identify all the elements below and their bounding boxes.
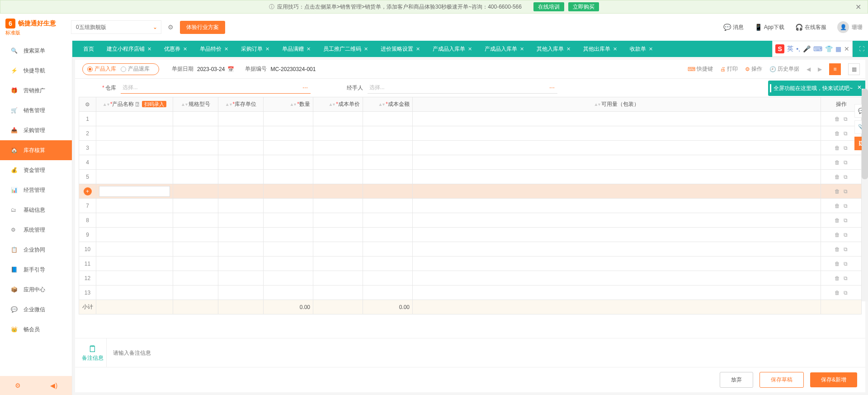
discard-button[interactable]: 放弃 [720,372,753,388]
tab-close-icon[interactable]: ✕ [307,46,311,52]
tab-close-icon[interactable]: ✕ [183,46,187,52]
industry-template-button[interactable]: 体验行业方案 [180,21,225,34]
tab-close-icon[interactable]: ✕ [364,46,368,52]
copy-row-icon[interactable]: ⧉ [844,275,848,281]
copy-row-icon[interactable]: ⧉ [844,261,848,267]
remark-input[interactable] [107,338,862,367]
delete-row-icon[interactable]: 🗑 [835,145,840,151]
buy-now-button[interactable]: 立即购买 [568,2,599,11]
table-row[interactable]: 13🗑⧉ [79,286,862,300]
tab-5[interactable]: 单品满赠✕ [276,41,317,57]
table-row[interactable]: 8🗑⧉ [79,213,862,228]
copy-row-icon[interactable]: ⧉ [844,130,848,137]
history-link[interactable]: 🕘历史单据 [769,65,799,73]
copy-row-icon[interactable]: ⧉ [844,232,848,238]
sidebar-item-7[interactable]: 📊经营管理 [0,180,72,200]
delete-row-icon[interactable]: 🗑 [835,174,840,180]
tab-10[interactable]: 其他入库单✕ [530,41,577,57]
user-menu[interactable]: 👤 珊珊 [837,21,863,33]
tab-close-icon[interactable]: ✕ [649,46,653,52]
hint-close-icon[interactable]: ✕ [857,83,862,91]
table-row[interactable]: 10🗑⧉ [79,242,862,257]
copy-row-icon[interactable]: ⧉ [844,159,848,166]
sidebar-item-9[interactable]: ⚙系统管理 [0,220,72,240]
calendar-icon[interactable]: 📅 [227,66,234,72]
tab-2[interactable]: 优惠券✕ [158,41,193,57]
nav-next-icon[interactable]: ▶ [818,66,822,72]
messages-link[interactable]: 💬消息 [723,24,744,31]
table-row[interactable]: 3🗑⧉ [79,141,862,155]
tab-3[interactable]: 单品特价✕ [193,41,235,57]
sidebar-item-11[interactable]: 📘新手引导 [0,260,72,280]
table-row[interactable]: 11🗑⧉ [79,257,862,271]
print-link[interactable]: 🖨打印 [720,65,738,73]
tab-close-icon[interactable]: ✕ [468,46,472,52]
tab-close-icon[interactable]: ✕ [566,46,571,52]
banner-close-icon[interactable]: ✕ [855,3,861,11]
app-download-link[interactable]: 📱App下载 [755,24,784,31]
delete-row-icon[interactable]: 🗑 [835,188,840,195]
tab-9[interactable]: 产成品入库单✕ [478,41,530,57]
tab-0[interactable]: 首页 [77,41,100,57]
sidebar-item-6[interactable]: 💰资金管理 [0,160,72,180]
radio-product-out[interactable]: 产品退库 [121,65,150,73]
more-icon[interactable]: ⋯ [549,85,556,91]
shortcut-link[interactable]: ⌨快捷键 [688,65,713,73]
store-selector[interactable]: 0五组旗舰版 ⌄ [71,20,161,34]
tab-11[interactable]: 其他出库单✕ [577,41,623,57]
save-and-new-button[interactable]: 保存&新增 [810,372,857,387]
scan-entry-tag[interactable]: 扫码录入 [142,101,166,107]
delete-row-icon[interactable]: 🗑 [835,275,840,281]
tab-1[interactable]: 建立小程序店铺✕ [100,41,158,57]
sidebar-settings-button[interactable]: ⚙ [0,382,36,389]
sidebar-item-12[interactable]: 📦应用中心 [0,280,72,300]
help-icon[interactable]: ⍰ [136,101,139,107]
copy-row-icon[interactable]: ⧉ [844,145,848,151]
view-card-button[interactable]: ▦ [848,63,860,75]
sidebar-item-1[interactable]: ⚡快捷导航 [0,61,72,81]
delete-row-icon[interactable]: 🗑 [835,261,840,267]
tab-close-icon[interactable]: ✕ [416,46,420,52]
table-row[interactable]: 12🗑⧉ [79,271,862,286]
table-row[interactable]: 5🗑⧉ [79,170,862,184]
delete-row-icon[interactable]: 🗑 [835,246,840,252]
sidebar-item-2[interactable]: 🎁营销推广 [0,81,72,100]
operations-link[interactable]: ⚙操作 [745,65,762,73]
copy-row-icon[interactable]: ⧉ [844,203,848,209]
tab-close-icon[interactable]: ✕ [147,46,151,52]
scrollbar[interactable] [862,89,868,301]
tab-close-icon[interactable]: ✕ [265,46,269,52]
sidebar-item-5[interactable]: 🏠库存核算 [0,140,72,160]
fullscreen-icon[interactable]: ⛶ [859,46,864,52]
tab-12[interactable]: 收款单✕ [623,41,659,57]
tab-7[interactable]: 进价策略设置✕ [374,41,426,57]
table-row[interactable]: +🗑⧉ [79,184,862,199]
settings-icon[interactable]: ⚙ [168,24,174,31]
tab-close-icon[interactable]: ✕ [224,46,228,52]
copy-row-icon[interactable]: ⧉ [844,290,848,296]
ime-toolbar[interactable]: S 英 •, 🎤 ⌨ 👕 ▦ ✕ [772,41,853,57]
tab-8[interactable]: 产成品入库单✕ [426,41,478,57]
delete-row-icon[interactable]: 🗑 [835,130,840,137]
table-row[interactable]: 7🗑⧉ [79,199,862,213]
doc-date-value[interactable]: 2023-03-24 [197,66,225,72]
copy-row-icon[interactable]: ⧉ [844,116,848,122]
ime-close-icon[interactable]: ✕ [844,45,849,52]
delete-row-icon[interactable]: 🗑 [835,290,840,296]
warehouse-select[interactable]: 选择... ⋯ [121,82,311,94]
radio-product-in[interactable]: 产品入库 [87,65,116,73]
sidebar-item-0[interactable]: 🔍搜索菜单 [0,41,72,61]
table-row[interactable]: 9🗑⧉ [79,228,862,242]
copy-row-icon[interactable]: ⧉ [844,217,848,224]
sidebar-collapse-button[interactable]: ◀) [36,382,72,389]
copy-row-icon[interactable]: ⧉ [844,174,848,180]
tab-close-icon[interactable]: ✕ [520,46,524,52]
copy-row-icon[interactable]: ⧉ [844,246,848,252]
sidebar-item-13[interactable]: 💬企业微信 [0,300,72,319]
sidebar-item-14[interactable]: 👑畅会员 [0,319,72,339]
delete-row-icon[interactable]: 🗑 [835,203,840,209]
sidebar-item-8[interactable]: 🗂基础信息 [0,200,72,220]
product-name-input[interactable] [99,186,170,197]
table-row[interactable]: 2🗑⧉ [79,126,862,141]
delete-row-icon[interactable]: 🗑 [835,232,840,238]
